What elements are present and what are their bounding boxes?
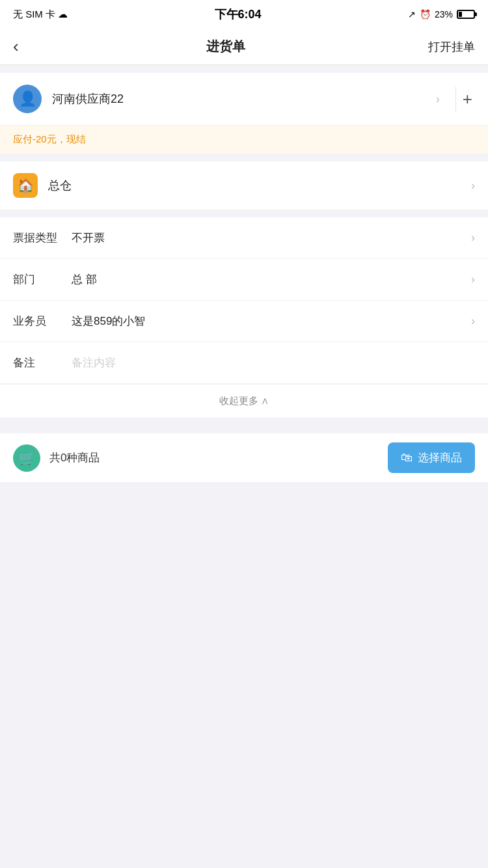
location-icon: ↗ — [408, 9, 416, 20]
battery-icon — [457, 10, 475, 19]
salesperson-value: 这是859的小智 — [72, 314, 471, 329]
collapse-button[interactable]: 收起更多 ∧ — [0, 384, 488, 418]
open-pending-button[interactable]: 打开挂单 — [428, 39, 475, 55]
warehouse-chevron-icon: › — [471, 179, 475, 193]
supplier-avatar: 👤 — [13, 85, 42, 113]
select-product-label: 选择商品 — [418, 450, 462, 465]
status-bar: 无 SIM 卡 ☁ 下午6:04 ↗ ⏰ 23% — [0, 0, 488, 29]
warehouse-row[interactable]: 🏠 总仓 › — [0, 161, 488, 210]
salesperson-row[interactable]: 业务员 这是859的小智 › — [0, 301, 488, 342]
salesperson-chevron-icon: › — [471, 314, 475, 328]
product-cart-icon: 🛒 — [13, 444, 40, 472]
select-product-button[interactable]: 🛍 选择商品 — [388, 442, 475, 473]
section-gap-3 — [0, 210, 488, 217]
status-right: ↗ ⏰ 23% — [408, 9, 475, 20]
add-supplier-button[interactable]: + — [455, 87, 475, 112]
supplier-chevron-icon: › — [436, 92, 440, 106]
salesperson-label: 业务员 — [13, 314, 72, 329]
department-value: 总 部 — [72, 272, 471, 287]
invoice-type-label: 票据类型 — [13, 230, 72, 245]
alarm-icon: ⏰ — [420, 9, 431, 20]
form-section: 票据类型 不开票 › 部门 总 部 › 业务员 这是859的小智 › 备注 备注… — [0, 217, 488, 418]
section-gap-4 — [0, 418, 488, 426]
invoice-type-value: 不开票 — [72, 230, 471, 245]
warehouse-icon: 🏠 — [13, 173, 38, 198]
status-time: 下午6:04 — [215, 7, 262, 22]
department-label: 部门 — [13, 272, 72, 287]
avatar-icon: 👤 — [19, 90, 36, 107]
nav-bar: ‹ 进货单 打开挂单 — [0, 29, 488, 65]
products-bar: 🛒 共0种商品 🛍 选择商品 — [0, 433, 488, 482]
notice-text: 应付-20元，现结 — [13, 133, 86, 144]
invoice-type-chevron-icon: › — [471, 231, 475, 245]
department-chevron-icon: › — [471, 273, 475, 286]
section-gap-1 — [0, 65, 488, 73]
supplier-row[interactable]: 👤 河南供应商22 › + — [0, 73, 488, 126]
supplier-section: 👤 河南供应商22 › + 应付-20元，现结 — [0, 73, 488, 154]
page-title: 进货单 — [206, 38, 245, 55]
invoice-type-row[interactable]: 票据类型 不开票 › — [0, 217, 488, 259]
remark-label: 备注 — [13, 355, 72, 370]
page-background — [0, 482, 488, 677]
cart-icon: 🛒 — [19, 450, 35, 466]
remark-row[interactable]: 备注 备注内容 — [0, 342, 488, 384]
product-count: 共0种商品 — [49, 450, 388, 465]
battery-percent: 23% — [435, 9, 453, 20]
warehouse-name: 总仓 — [48, 178, 471, 193]
notice-banner: 应付-20元，现结 — [0, 126, 488, 154]
section-gap-2 — [0, 154, 488, 161]
house-icon: 🏠 — [18, 178, 34, 193]
remark-input[interactable]: 备注内容 — [72, 355, 475, 370]
back-button[interactable]: ‹ — [8, 31, 24, 62]
supplier-name: 河南供应商22 — [52, 91, 436, 107]
department-row[interactable]: 部门 总 部 › — [0, 259, 488, 301]
status-left: 无 SIM 卡 ☁ — [13, 8, 68, 21]
select-product-icon: 🛍 — [401, 451, 413, 465]
